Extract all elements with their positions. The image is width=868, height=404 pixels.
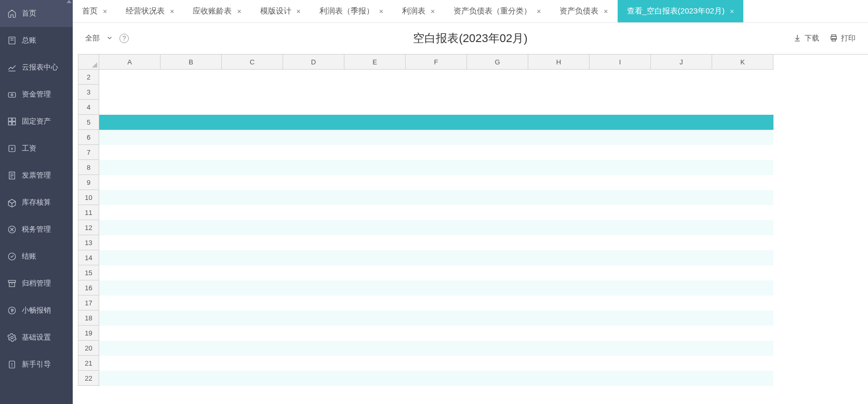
close-icon[interactable]: × [237, 7, 241, 16]
cell[interactable] [590, 235, 651, 250]
cell[interactable] [283, 356, 344, 371]
cell[interactable] [528, 85, 590, 100]
cell[interactable] [406, 160, 467, 175]
cell[interactable] [467, 280, 528, 295]
cell[interactable] [283, 220, 344, 235]
cell[interactable] [651, 250, 712, 265]
cell[interactable] [467, 220, 528, 235]
close-icon[interactable]: × [604, 7, 608, 16]
cell[interactable] [712, 175, 773, 190]
cell[interactable] [651, 311, 712, 326]
cell[interactable] [651, 295, 712, 311]
cell[interactable] [528, 311, 590, 326]
cell[interactable] [712, 250, 773, 265]
column-header[interactable]: J [651, 55, 712, 70]
cell[interactable] [344, 100, 406, 115]
cell[interactable] [344, 145, 406, 160]
row-header[interactable]: 14 [78, 250, 99, 265]
cell[interactable] [161, 145, 222, 160]
cell[interactable] [712, 160, 773, 175]
cell[interactable] [467, 145, 528, 160]
row-header[interactable]: 3 [78, 85, 99, 100]
row-header[interactable]: 9 [78, 175, 99, 190]
sidebar-item-assets[interactable]: 固定资产 [0, 108, 73, 135]
cell[interactable] [222, 130, 283, 145]
cell[interactable] [99, 190, 161, 205]
cell[interactable] [344, 175, 406, 190]
row-header[interactable]: 18 [78, 311, 99, 326]
cell[interactable] [651, 190, 712, 205]
row-header[interactable]: 10 [78, 190, 99, 205]
cell[interactable] [344, 311, 406, 326]
cell[interactable] [467, 235, 528, 250]
column-header[interactable]: E [344, 55, 406, 70]
cell[interactable] [590, 295, 651, 311]
row-header[interactable]: 21 [78, 356, 99, 371]
cell[interactable] [651, 100, 712, 115]
cell[interactable] [222, 280, 283, 295]
row-header[interactable]: 17 [78, 295, 99, 311]
cell[interactable] [161, 371, 222, 386]
cell[interactable] [222, 70, 283, 85]
cell[interactable] [99, 265, 161, 280]
cell[interactable] [590, 115, 651, 130]
tab-4[interactable]: 利润表（季报）× [310, 0, 393, 22]
cell[interactable] [99, 235, 161, 250]
cell[interactable] [161, 235, 222, 250]
cell[interactable] [161, 265, 222, 280]
close-icon[interactable]: × [537, 7, 541, 16]
cell[interactable] [406, 356, 467, 371]
cell[interactable] [283, 175, 344, 190]
cell[interactable] [590, 190, 651, 205]
cell[interactable] [99, 341, 161, 356]
cell[interactable] [161, 130, 222, 145]
cell[interactable] [99, 70, 161, 85]
cell[interactable] [344, 85, 406, 100]
cell[interactable] [222, 115, 283, 130]
row-header[interactable]: 4 [78, 100, 99, 115]
cell[interactable] [222, 326, 283, 341]
cell[interactable] [590, 70, 651, 85]
close-icon[interactable]: × [103, 7, 107, 16]
cell[interactable] [590, 130, 651, 145]
cell[interactable] [344, 326, 406, 341]
cell[interactable] [283, 205, 344, 220]
cell[interactable] [712, 341, 773, 356]
cell[interactable] [590, 341, 651, 356]
cell[interactable] [161, 326, 222, 341]
cell[interactable] [406, 175, 467, 190]
cell[interactable] [467, 175, 528, 190]
cell[interactable] [467, 70, 528, 85]
cell[interactable] [99, 280, 161, 295]
cell[interactable] [344, 371, 406, 386]
cell[interactable] [222, 235, 283, 250]
tab-8[interactable]: 查看_空白报表(2023年02月)× [618, 0, 744, 22]
cell[interactable] [99, 85, 161, 100]
cell[interactable] [222, 265, 283, 280]
cell[interactable] [406, 311, 467, 326]
cell[interactable] [651, 145, 712, 160]
cell[interactable] [467, 371, 528, 386]
cell[interactable] [99, 115, 161, 130]
cell[interactable] [406, 280, 467, 295]
cell[interactable] [712, 85, 773, 100]
cell[interactable] [222, 356, 283, 371]
cell[interactable] [528, 250, 590, 265]
cell[interactable] [590, 85, 651, 100]
cell[interactable] [99, 326, 161, 341]
cell[interactable] [528, 100, 590, 115]
cell[interactable] [344, 130, 406, 145]
row-header[interactable]: 12 [78, 220, 99, 235]
cell[interactable] [161, 341, 222, 356]
cell[interactable] [344, 70, 406, 85]
cell[interactable] [344, 280, 406, 295]
cell[interactable] [712, 220, 773, 235]
download-button[interactable]: 下载 [793, 34, 819, 44]
cell[interactable] [712, 356, 773, 371]
cell[interactable] [528, 70, 590, 85]
row-header[interactable]: 5 [78, 115, 99, 130]
cell[interactable] [406, 265, 467, 280]
cell[interactable] [283, 341, 344, 356]
cell[interactable] [467, 130, 528, 145]
cell[interactable] [528, 220, 590, 235]
